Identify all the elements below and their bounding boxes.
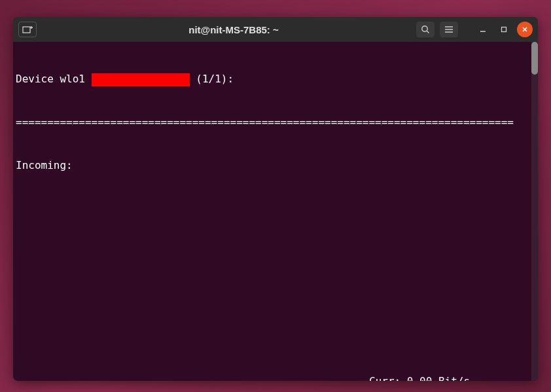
- minimize-icon: [480, 26, 486, 33]
- maximize-button[interactable]: [496, 22, 512, 37]
- close-button[interactable]: [517, 22, 533, 37]
- device-label: Device: [16, 73, 54, 85]
- divider: ========================================…: [16, 115, 533, 130]
- menu-button[interactable]: [440, 22, 458, 37]
- incoming-curr: Curr: 0.00 Bit/s: [369, 374, 535, 381]
- redacted-block: [92, 73, 190, 86]
- incoming-label: Incoming:: [16, 158, 535, 173]
- maximize-icon: [501, 26, 507, 33]
- scrollbar-thumb[interactable]: [531, 42, 538, 75]
- close-icon: [522, 26, 528, 33]
- search-icon: [421, 25, 430, 34]
- window-title: nit@nit-MS-7B85: ~: [55, 24, 412, 35]
- new-tab-button[interactable]: [18, 22, 37, 37]
- svg-point-3: [422, 26, 427, 31]
- device-counter: (1/1):: [196, 73, 234, 85]
- device-name: wlo1: [60, 73, 85, 85]
- scrollbar[interactable]: [531, 42, 538, 381]
- minimize-button[interactable]: [475, 22, 491, 37]
- new-tab-icon: [22, 25, 33, 34]
- hamburger-icon: [444, 26, 453, 33]
- svg-rect-0: [23, 27, 30, 33]
- device-line: Device wlo1 (1/1):: [16, 72, 535, 86]
- svg-rect-9: [502, 27, 507, 32]
- titlebar: nit@nit-MS-7B85: ~: [13, 17, 538, 42]
- svg-line-4: [427, 31, 429, 33]
- terminal-output[interactable]: Device wlo1 (1/1): =====================…: [13, 42, 538, 381]
- search-button[interactable]: [416, 22, 435, 37]
- terminal-window: nit@nit-MS-7B85: ~ Device wlo1 (1/1): ==…: [13, 17, 538, 381]
